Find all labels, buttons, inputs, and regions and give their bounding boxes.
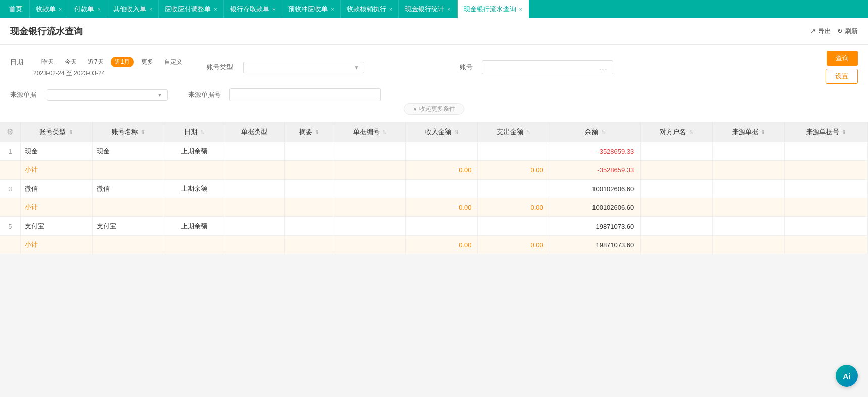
row-doc-type	[224, 142, 285, 161]
row-index	[0, 236, 20, 254]
row-summary	[285, 236, 334, 254]
close-icon[interactable]: ×	[97, 6, 100, 12]
close-icon[interactable]: ×	[214, 6, 217, 12]
row-account-name: 微信	[92, 180, 164, 198]
source-doc-label: 来源单据	[10, 90, 38, 99]
row-account-name	[92, 198, 164, 217]
row-balance: 100102606.60	[550, 198, 641, 217]
row-source-doc-no	[785, 161, 868, 180]
row-source-doc	[712, 198, 784, 217]
row-balance: 100102606.60	[550, 180, 641, 198]
nav-home[interactable]: 首页	[2, 0, 30, 18]
refresh-button[interactable]: ↻ 刷新	[837, 27, 858, 36]
row-source-doc	[712, 161, 784, 180]
col-account-type: 账号类型 ⇅	[20, 122, 92, 142]
row-income	[406, 142, 478, 161]
export-button[interactable]: ↗ 导出	[810, 27, 831, 36]
row-summary	[285, 180, 334, 198]
row-date	[164, 161, 224, 180]
row-account-type: 小计	[20, 161, 92, 180]
row-doc-no	[334, 236, 405, 254]
sort-icon[interactable]: ⇅	[383, 130, 386, 135]
nav-tab-qita[interactable]: 其他收入单 ×	[107, 0, 159, 18]
sort-icon[interactable]: ⇅	[690, 130, 693, 135]
date-opt-1month[interactable]: 近1月	[111, 57, 134, 67]
sort-icon[interactable]: ⇅	[69, 130, 73, 135]
row-index	[0, 198, 20, 217]
row-doc-no	[334, 142, 405, 161]
source-doc-no-input[interactable]	[229, 88, 381, 101]
col-account-name: 账号名称 ⇅	[92, 122, 164, 142]
nav-tab-shoudan[interactable]: 收款单 ×	[30, 0, 68, 18]
col-balance: 余额 ⇅	[550, 122, 641, 142]
close-icon[interactable]: ×	[331, 6, 334, 12]
nav-tab-xianjintongji[interactable]: 现金银行统计 ×	[399, 0, 457, 18]
table-row: 小计 0.00 0.00 -3528659.33	[0, 161, 868, 180]
sort-icon[interactable]: ⇅	[455, 130, 459, 135]
source-doc-block: 来源单据 ▼	[10, 89, 168, 101]
row-doc-type	[224, 161, 285, 180]
settings-button[interactable]: 设置	[826, 69, 858, 84]
nav-tab-fukuan[interactable]: 付款单 ×	[68, 0, 107, 18]
sort-icon[interactable]: ⇅	[141, 130, 145, 135]
date-opt-yesterday[interactable]: 昨天	[37, 57, 58, 67]
row-source-doc-no	[785, 236, 868, 254]
row-doc-type	[224, 198, 285, 217]
col-counterpart: 对方户名 ⇅	[641, 122, 712, 142]
sort-icon[interactable]: ⇅	[201, 130, 204, 135]
date-opt-custom[interactable]: 自定义	[160, 57, 187, 67]
row-source-doc-no	[785, 198, 868, 217]
row-account-name	[92, 236, 164, 254]
row-expense	[478, 180, 550, 198]
page-header: 现金银行流水查询 ↗ 导出 ↻ 刷新	[0, 18, 868, 45]
row-expense: 0.00	[478, 198, 550, 217]
date-opt-more[interactable]: 更多	[137, 57, 157, 67]
row-account-name: 支付宝	[92, 217, 164, 236]
gear-icon[interactable]: ⚙	[7, 127, 13, 136]
sort-icon[interactable]: ⇅	[602, 130, 605, 135]
date-opt-today[interactable]: 今天	[61, 57, 81, 67]
col-expense: 支出金额 ⇅	[478, 122, 550, 142]
source-doc-no-label: 来源单据号	[188, 90, 221, 99]
row-source-doc	[712, 180, 784, 198]
nav-tab-yinhangcunqu[interactable]: 银行存取款单 ×	[224, 0, 282, 18]
nav-tab-yushou[interactable]: 预收冲应收单 ×	[282, 0, 340, 18]
nav-tab-xianjinliushui[interactable]: 现金银行流水查询 ×	[458, 0, 529, 18]
row-index	[0, 161, 20, 180]
account-type-select[interactable]: ▼	[243, 62, 364, 73]
page-title: 现金银行流水查询	[10, 25, 83, 37]
close-icon[interactable]: ×	[149, 6, 152, 12]
close-icon[interactable]: ×	[447, 6, 450, 12]
close-icon[interactable]: ×	[272, 6, 276, 12]
source-doc-select[interactable]: ▼	[47, 89, 168, 101]
date-filter-block: 日期 昨天 今天 近7天 近1月 更多 自定义 2023-02-24 至 202…	[10, 57, 187, 78]
row-doc-no	[334, 161, 405, 180]
row-source-doc-no	[785, 142, 868, 161]
sort-icon[interactable]: ⇅	[527, 130, 530, 135]
query-button[interactable]: 查询	[827, 51, 858, 66]
sort-icon[interactable]: ⇅	[842, 130, 846, 135]
account-more-button[interactable]: ...	[599, 63, 608, 71]
nav-tab-shoukuan[interactable]: 收款核销执行 ×	[341, 0, 399, 18]
collapse-row: ∧ 收起更多条件	[10, 103, 858, 115]
row-source-doc-no	[785, 217, 868, 236]
row-date	[164, 236, 224, 254]
row-source-doc	[712, 142, 784, 161]
collapse-button[interactable]: ∧ 收起更多条件	[404, 103, 464, 115]
account-type-block: 账号类型 ▼	[207, 62, 439, 73]
close-icon[interactable]: ×	[389, 6, 392, 12]
sort-icon[interactable]: ⇅	[761, 130, 765, 135]
close-icon[interactable]: ×	[519, 6, 522, 12]
top-nav: 首页 收款单 × 付款单 × 其他收入单 × 应收应付调整单 × 银行存取款单 …	[0, 0, 868, 18]
table-row: 小计 0.00 0.00 100102606.60	[0, 198, 868, 217]
row-summary	[285, 142, 334, 161]
col-doc-no: 单据编号 ⇅	[334, 122, 405, 142]
row-counterpart	[641, 180, 712, 198]
close-icon[interactable]: ×	[59, 6, 62, 12]
sort-icon[interactable]: ⇅	[315, 130, 319, 135]
nav-tab-yingshouyingfu[interactable]: 应收应付调整单 ×	[159, 0, 223, 18]
account-type-label: 账号类型	[207, 63, 235, 72]
date-opt-7days[interactable]: 近7天	[84, 57, 108, 67]
row-income: 0.00	[406, 161, 478, 180]
date-label: 日期	[10, 58, 30, 67]
